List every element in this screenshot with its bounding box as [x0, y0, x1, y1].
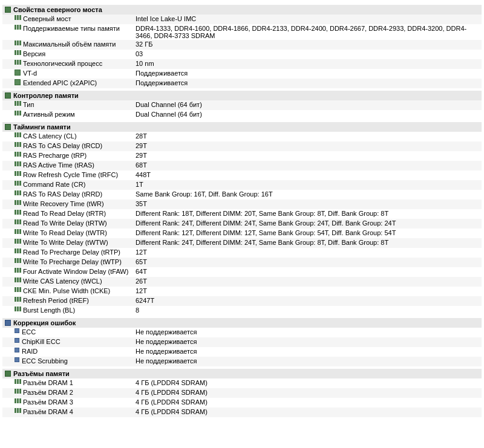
slot-row-icon-3 — [15, 408, 21, 413]
timing-row-icon-15 — [15, 278, 21, 282]
slot-label-0: Разъём DRAM 1 — [15, 379, 136, 386]
timing-label-text-15: Write CAS Latency (tWCL) — [23, 278, 102, 285]
slot-label-text-0: Разъём DRAM 1 — [23, 379, 73, 386]
timing-row-icon-14 — [15, 268, 21, 273]
timing-row-9: Read To Write Delay (tRTW) Different Ran… — [2, 219, 482, 229]
row-icon-4 — [15, 60, 21, 65]
ecc-value-3: Не поддерживается — [136, 357, 479, 365]
timing-label-16: CKE Min. Pulse Width (tCKE) — [15, 287, 136, 294]
timing-row-4: Row Refresh Cycle Time (tRFC) 448T — [2, 170, 482, 180]
timing-row-18: Burst Length (BL) 8 — [2, 306, 482, 316]
ecc-row-icon-1 — [15, 338, 19, 343]
northbridge-value-1: DDR4-1333, DDR4-1600, DDR4-1866, DDR4-21… — [136, 25, 479, 39]
timing-row-icon-4 — [15, 171, 21, 176]
timing-label-text-2: RAS Precharge (tRP) — [23, 152, 87, 159]
ecc-row-0: ECC Не поддерживается — [2, 328, 482, 337]
timing-row-15: Write CAS Latency (tWCL) 26T — [2, 277, 482, 287]
ecc-header: Коррекция ошибок — [2, 318, 482, 328]
timing-value-10: Different Rank: 12T, Different DIMM: 12T… — [136, 229, 479, 236]
timing-row-icon-17 — [15, 297, 21, 302]
timing-row-icon-11 — [15, 239, 21, 244]
timing-label-text-10: Write To Read Delay (tWTR) — [23, 229, 107, 236]
slot-row-2: Разъём DRAM 3 4 ГБ (LPDDR4 SDRAM) — [2, 398, 482, 407]
timing-label-17: Refresh Period (tREF) — [15, 297, 136, 304]
timing-label-text-8: Read To Read Delay (tRTR) — [23, 210, 106, 217]
timing-label-6: RAS To RAS Delay (tRRD) — [15, 190, 136, 198]
timing-label-10: Write To Read Delay (tWTR) — [15, 229, 136, 236]
timing-row-icon-8 — [15, 210, 21, 215]
timing-label-text-0: CAS Latency (CL) — [23, 132, 77, 140]
slot-label-text-2: Разъём DRAM 3 — [23, 398, 73, 406]
timing-label-3: RAS Active Time (tRAS) — [15, 161, 136, 169]
ecc-label-1: ChipKill ECC — [15, 338, 136, 345]
timing-label-text-17: Refresh Period (tREF) — [23, 297, 89, 304]
timing-value-7: 35T — [136, 200, 479, 207]
timing-row-icon-1 — [15, 142, 21, 147]
slot-value-1: 4 ГБ (LPDDR4 SDRAM) — [136, 389, 479, 396]
northbridge-label-5: VT-d — [15, 70, 136, 77]
timing-value-0: 28T — [136, 132, 479, 140]
ecc-label-2: RAID — [15, 348, 136, 355]
slots-header: Разъёмы памяти — [2, 369, 482, 378]
timing-label-text-13: Write To Precharge Delay (tWTP) — [23, 258, 122, 265]
mc-row-1: Активный режим Dual Channel (64 бит) — [2, 110, 482, 120]
northbridge-row-6: Extended APIC (x2APIC) Поддерживается — [2, 79, 482, 88]
timing-row-icon-6 — [15, 190, 21, 195]
timing-row-14: Four Activate Window Delay (tFAW) 64T — [2, 267, 482, 277]
timing-row-icon-2 — [15, 152, 21, 157]
slot-row-1: Разъём DRAM 2 4 ГБ (LPDDR4 SDRAM) — [2, 388, 482, 398]
timing-label-text-11: Write To Write Delay (tWTW) — [23, 239, 108, 246]
timing-label-text-16: CKE Min. Pulse Width (tCKE) — [23, 287, 110, 294]
timing-value-12: 12T — [136, 248, 479, 256]
timings-title: Тайминги памяти — [13, 123, 71, 131]
timing-label-text-5: Command Rate (CR) — [23, 181, 85, 188]
slot-label-1: Разъём DRAM 2 — [15, 389, 136, 396]
mc-icon — [5, 93, 11, 99]
slots-section-icon — [5, 371, 11, 377]
mc-row-icon-1 — [15, 111, 21, 115]
timing-label-text-6: RAS To RAS Delay (tRRD) — [23, 190, 102, 198]
timing-row-11: Write To Write Delay (tWTW) Different Ra… — [2, 238, 482, 248]
timing-value-18: 8 — [136, 307, 479, 314]
northbridge-label-0: Северный мост — [15, 15, 136, 22]
ecc-row-3: ECC Scrubbing Не поддерживается — [2, 357, 482, 366]
timing-value-2: 29T — [136, 152, 479, 159]
timings-header: Тайминги памяти — [2, 122, 482, 132]
row-icon-0 — [15, 15, 21, 20]
timing-row-3: RAS Active Time (tRAS) 68T — [2, 161, 482, 170]
timing-label-14: Four Activate Window Delay (tFAW) — [15, 268, 136, 275]
timing-label-15: Write CAS Latency (tWCL) — [15, 278, 136, 285]
timing-row-0: CAS Latency (CL) 28T — [2, 132, 482, 141]
slot-value-3: 4 ГБ (LPDDR4 SDRAM) — [136, 408, 479, 415]
ecc-value-1: Не поддерживается — [136, 338, 479, 345]
timing-label-1: RAS To CAS Delay (tRCD) — [15, 142, 136, 149]
timing-row-16: CKE Min. Pulse Width (tCKE) 12T — [2, 287, 482, 296]
northbridge-row-2: Максимальный объём памяти 32 ГБ — [2, 40, 482, 50]
northbridge-label-6: Extended APIC (x2APIC) — [15, 79, 136, 86]
ecc-section: Коррекция ошибок ECC Не поддерживается C… — [2, 318, 482, 366]
slot-row-0: Разъём DRAM 1 4 ГБ (LPDDR4 SDRAM) — [2, 378, 482, 388]
northbridge-label-1: Поддерживаемые типы памяти — [15, 25, 136, 32]
slot-label-3: Разъём DRAM 4 — [15, 408, 136, 415]
vtd-icon — [15, 70, 21, 76]
timing-label-18: Burst Length (BL) — [15, 307, 136, 314]
timing-label-11: Write To Write Delay (tWTW) — [15, 239, 136, 246]
timing-row-icon-0 — [15, 132, 21, 137]
timing-label-13: Write To Precharge Delay (tWTP) — [15, 258, 136, 265]
northbridge-label-2: Максимальный объём памяти — [15, 41, 136, 48]
timings-rows: CAS Latency (CL) 28T RAS To CAS Delay (t… — [2, 132, 482, 316]
northbridge-value-6: Поддерживается — [136, 79, 479, 86]
timing-value-6: Same Bank Group: 16T, Diff. Bank Group: … — [136, 190, 479, 198]
slot-row-3: Разъём DRAM 4 4 ГБ (LPDDR4 SDRAM) — [2, 407, 482, 417]
timing-row-8: Read To Read Delay (tRTR) Different Rank… — [2, 209, 482, 219]
timing-row-icon-10 — [15, 229, 21, 234]
ecc-row-2: RAID Не поддерживается — [2, 347, 482, 357]
northbridge-label-4: Технологический процесс — [15, 60, 136, 67]
ecc-label-text-1: ChipKill ECC — [22, 338, 60, 345]
timing-value-11: Different Rank: 24T, Different DIMM: 24T… — [136, 239, 479, 246]
northbridge-row-1: Поддерживаемые типы памяти DDR4-1333, DD… — [2, 24, 482, 40]
timing-value-1: 29T — [136, 142, 479, 149]
timing-label-text-3: RAS Active Time (tRAS) — [23, 161, 94, 169]
northbridge-label-3: Версия — [15, 50, 136, 57]
timing-row-17: Refresh Period (tREF) 6247T — [2, 296, 482, 306]
